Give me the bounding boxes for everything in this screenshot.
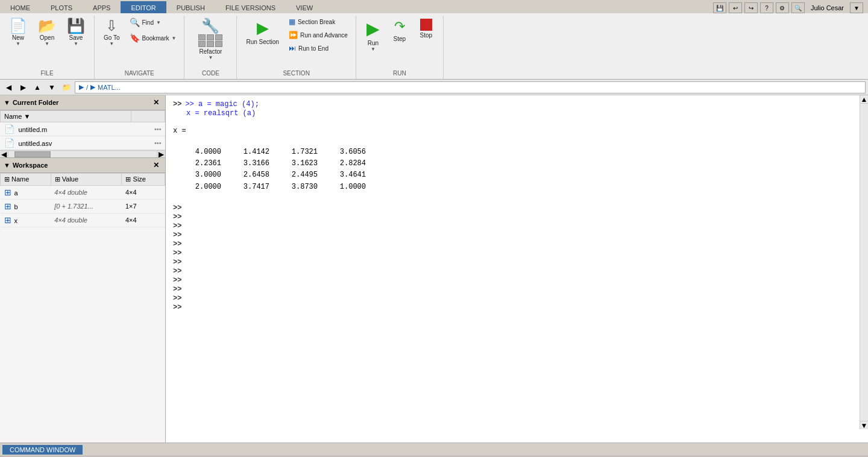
settings-btn[interactable]: ⚙ <box>776 2 789 13</box>
run-button[interactable]: ▶ Run ▼ <box>361 16 385 55</box>
refactor-dropdown-arrow: ▼ <box>208 55 213 60</box>
folder-scrollbar[interactable]: ◀ ▶ <box>0 150 165 157</box>
nav-back-btn[interactable]: ◀ <box>2 81 14 93</box>
command-window-tab[interactable]: COMMAND WINDOW <box>2 445 83 455</box>
ws-value-header[interactable]: ⊞ Value <box>51 174 122 186</box>
run-and-advance-button[interactable]: ⏩ Run and Advance <box>286 29 351 41</box>
table-row[interactable]: ⊞ b [0 + 1.7321... 1×7 <box>1 200 165 213</box>
address-bar: ◀ ▶ ▲ ▼ 📁 ▶ / ▶ MATL... <box>0 80 868 95</box>
table-row[interactable]: 📄 untitled.asv ••• <box>1 136 165 150</box>
step-label: Step <box>394 36 406 42</box>
command-area[interactable]: >> >> a = magic (4); x = realsqrt (a) x … <box>166 95 868 443</box>
file-more-icon[interactable]: ••• <box>154 125 162 133</box>
scroll-thumb[interactable] <box>14 151 51 157</box>
navigate-group-label: NAVIGATE <box>95 70 184 77</box>
path-matl[interactable]: MATL... <box>98 84 121 91</box>
file-more-cell-asv[interactable]: ••• <box>131 136 165 150</box>
file-name-m: untitled.m <box>19 126 48 133</box>
scroll-right-btn[interactable]: ▶ <box>157 151 165 157</box>
m32: 3.8730 <box>281 181 318 193</box>
m22: 2.4495 <box>281 169 318 181</box>
save-button[interactable]: 💾 Save ▼ <box>63 16 89 49</box>
workspace-panel-action[interactable]: ✕ <box>151 160 162 171</box>
table-row[interactable]: 📄 untitled.m ••• <box>1 122 165 136</box>
new-button[interactable]: 📄 New ▼ <box>5 16 31 49</box>
nav-browse-btn[interactable]: 📁 <box>60 81 72 93</box>
file-name-header[interactable]: Name ▼ <box>1 111 131 122</box>
left-panel: ▼ Current Folder ✕ Name ▼ 📄 <box>0 95 166 443</box>
find-button[interactable]: 🔍 Find ▼ <box>127 16 180 29</box>
folder-collapse-icon[interactable]: ▼ <box>4 99 10 106</box>
m02: 1.7321 <box>281 147 318 158</box>
help-btn[interactable]: ? <box>760 2 773 13</box>
refactor-button[interactable]: 🔧 Refactor ▼ <box>194 16 227 63</box>
ws-name-header[interactable]: ⊞ Name <box>1 174 51 186</box>
run-advance-label: Run and Advance <box>300 32 348 39</box>
save-layout-btn[interactable]: 💾 <box>713 2 726 13</box>
redo-btn[interactable]: ↪ <box>744 2 758 13</box>
bookmark-label: Bookmark <box>142 35 169 42</box>
tab-view[interactable]: VIEW <box>286 1 323 13</box>
tab-publish[interactable]: PUBLISH <box>166 1 215 13</box>
search-btn[interactable]: 🔍 <box>791 2 805 13</box>
section-break-button[interactable]: ▦ Section Break <box>286 16 351 28</box>
undo-btn[interactable]: ↩ <box>729 2 742 13</box>
m21: 2.6458 <box>233 169 269 181</box>
empty-prompt-7: >> <box>173 258 861 266</box>
step-button[interactable]: ↷ Step <box>388 16 412 45</box>
scroll-down-btn[interactable]: ▼ <box>860 421 868 429</box>
open-button[interactable]: 📂 Open ▼ <box>34 16 60 49</box>
m03: 3.6056 <box>330 147 366 158</box>
run-to-end-icon: ⏭ <box>289 44 296 52</box>
stop-button[interactable]: Stop <box>414 16 438 42</box>
user-dropdown[interactable]: ▼ <box>850 2 863 13</box>
ws-var-icon-x: ⊞ <box>4 215 11 225</box>
save-dropdown-arrow: ▼ <box>74 41 78 46</box>
file-extra-header[interactable] <box>131 111 165 122</box>
table-row[interactable]: ⊞ a 4×4 double 4×4 <box>1 186 165 200</box>
workspace-collapse-icon[interactable]: ▼ <box>4 162 10 169</box>
table-row[interactable]: ⊞ x 4×4 double 4×4 <box>1 213 165 227</box>
bookmark-icon: 🔖 <box>130 33 140 43</box>
file-more-icon-asv[interactable]: ••• <box>154 139 162 147</box>
workspace-header-left: ▼ Workspace <box>4 162 48 169</box>
refactor-label: Refactor <box>200 48 222 55</box>
empty-prompt-10: >> <box>173 285 861 294</box>
folder-panel-action[interactable]: ✕ <box>151 97 162 108</box>
find-icon: 🔍 <box>130 17 140 27</box>
folder-header-left: ▼ Current Folder <box>4 99 58 106</box>
nav-history-btn[interactable]: ▼ <box>46 81 58 93</box>
right-scrollbar[interactable]: ▲ ▼ <box>860 95 868 429</box>
tab-apps[interactable]: APPS <box>83 1 121 13</box>
nav-up-btn[interactable]: ▲ <box>31 81 43 93</box>
file-more-cell[interactable]: ••• <box>131 122 165 136</box>
refactor-sub-icons <box>198 34 222 47</box>
run-to-end-button[interactable]: ⏭ Run to End <box>286 42 351 54</box>
workspace-title: Workspace <box>13 162 48 169</box>
file-icon-m: 📄 <box>4 124 14 134</box>
matrix-row-3: 3.0000 2.6458 2.4495 3.4641 <box>185 169 861 181</box>
bookmark-button[interactable]: 🔖 Bookmark ▼ <box>127 31 180 45</box>
refactor-icon: 🔧 <box>201 19 219 33</box>
save-label: Save <box>69 34 83 41</box>
run-section-button[interactable]: ▶ Run Section <box>242 16 283 48</box>
scroll-up-btn[interactable]: ▲ <box>860 95 868 104</box>
tab-plots[interactable]: PLOTS <box>40 1 83 13</box>
ws-size-header[interactable]: ⊞ Size <box>122 174 165 186</box>
tab-home[interactable]: HOME <box>0 1 40 13</box>
empty-prompt-6: >> <box>173 249 861 257</box>
file-icon-asv: 📄 <box>4 138 14 148</box>
nav-forward-btn[interactable]: ▶ <box>17 81 29 93</box>
empty-prompt-5: >> <box>173 240 861 248</box>
m30: 2.0000 <box>185 181 221 193</box>
cmd-var-label: x = <box>173 127 186 135</box>
new-dropdown-arrow: ▼ <box>16 41 20 46</box>
address-path[interactable]: ▶ / ▶ MATL... <box>75 81 866 93</box>
scroll-left-btn[interactable]: ◀ <box>0 151 8 157</box>
goto-button[interactable]: ⇩ Go To ▼ <box>99 16 124 49</box>
matrix-row-1: 4.0000 1.4142 1.7321 3.6056 <box>185 147 861 158</box>
section-group-label: SECTION <box>237 70 355 77</box>
section-break-label: Section Break <box>298 19 335 25</box>
tab-file-versions[interactable]: FILE VERSIONS <box>215 1 286 13</box>
tab-editor[interactable]: EDITOR <box>121 1 166 13</box>
